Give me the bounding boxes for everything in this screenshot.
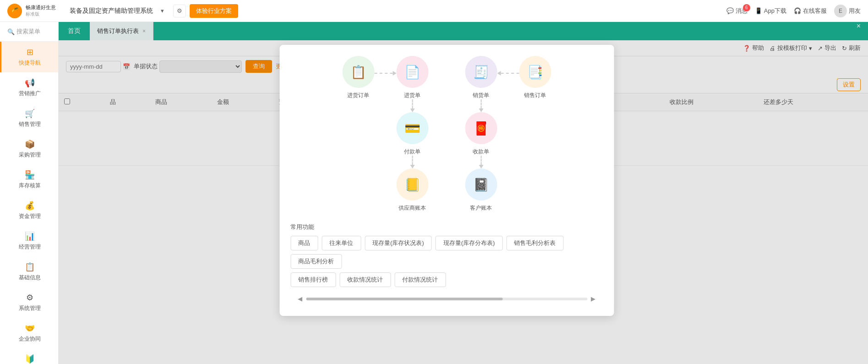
- purchase-order-label: 进货订单: [347, 92, 369, 99]
- sales-bill-node[interactable]: 🧾 销货单: [465, 56, 497, 99]
- func-btn-stock-dist[interactable]: 现存量(库存分布表): [436, 236, 503, 250]
- sales-order-node[interactable]: 📑 销售订单: [519, 56, 551, 99]
- sales-row: 🧾 销货单 📑: [465, 56, 551, 99]
- sidebar-search[interactable]: 🔍 搜索菜单: [0, 22, 58, 42]
- service-label: 在线客服: [803, 7, 827, 15]
- message-badge: 6: [743, 4, 750, 11]
- customer-label: 客户账本: [470, 204, 492, 212]
- operations-icon: 📊: [25, 231, 35, 241]
- finance-icon: 💰: [25, 201, 35, 211]
- sidebar-item-label: 营销推广: [19, 90, 41, 98]
- v-arrow-sales-bill: [465, 99, 497, 112]
- sidebar-item-finance[interactable]: 💰 资金管理: [0, 195, 58, 226]
- payment-bill-circle[interactable]: 💳: [396, 112, 428, 144]
- sidebar-item-label: 经营管理: [19, 243, 41, 251]
- purchase-bill-node[interactable]: 📄 进货单: [396, 56, 428, 99]
- purchase-order-node[interactable]: 📋 进货订单: [342, 56, 374, 99]
- search-label: 搜索菜单: [16, 27, 40, 36]
- purchase-row: 📋 进货订单 📄: [342, 56, 428, 99]
- v-arrowhead-sales: [479, 109, 483, 112]
- message-button[interactable]: 💬 消息 6: [726, 7, 748, 15]
- v-line-receipt: [480, 156, 481, 165]
- func-btn-contacts[interactable]: 往来单位: [322, 236, 361, 250]
- func-btn-stock-status[interactable]: 现存量(库存状况表): [365, 236, 432, 250]
- sales-icon: 🛒: [25, 109, 35, 119]
- sidebar-item-enterprise[interactable]: 🤝 企业协同: [0, 318, 58, 348]
- func-btn-payment-stats[interactable]: 付款情况统计: [394, 272, 446, 287]
- customer-row: 📓 客户账本: [465, 168, 551, 212]
- sidebar-item-newbie[interactable]: 🔰 新手引导: [0, 348, 58, 364]
- popup-box: 📋 进货订单 📄: [279, 45, 614, 316]
- purchase-bill-circle[interactable]: 📄: [396, 56, 428, 88]
- basic-info-icon: 📋: [25, 262, 35, 272]
- sales-order-label: 销售订单: [524, 92, 546, 99]
- download-icon: 📱: [755, 7, 762, 14]
- quick-nav-icon: ⊞: [27, 47, 33, 57]
- marketing-icon: 📢: [25, 78, 35, 88]
- gear-icon[interactable]: ⚙: [173, 5, 186, 17]
- sidebar-item-label: 库存核算: [19, 182, 41, 190]
- sidebar-item-system[interactable]: ⚙ 系统管理: [0, 287, 58, 318]
- sidebar-item-label: 快捷导航: [19, 59, 41, 67]
- online-service-button[interactable]: 🎧 在线客服: [794, 7, 827, 15]
- arrow-head-sales: [497, 71, 501, 76]
- app-download-button[interactable]: 📱 App下载: [755, 7, 786, 15]
- func-btns-row1: 商品 往来单位 现存量(库存状况表) 现存量(库存分布表) 销售毛利分析表 商品…: [290, 236, 603, 269]
- system-icon: ⚙: [26, 293, 33, 303]
- sidebar-item-marketing[interactable]: 📢 营销推广: [0, 72, 58, 103]
- purchase-icon: 📦: [25, 139, 35, 149]
- payment-row: 💳 付款单: [342, 112, 428, 156]
- scroll-left-icon[interactable]: ◀: [298, 295, 302, 302]
- system-name: 装备及固定资产辅助管理系统: [70, 7, 153, 15]
- sales-order-circle[interactable]: 📑: [519, 56, 551, 88]
- receipt-circle[interactable]: 🧧: [465, 112, 497, 144]
- func-btn-goods[interactable]: 商品: [290, 236, 318, 250]
- logo-text: 畅康通好生意: [26, 4, 56, 11]
- func-btn-sales-profit[interactable]: 销售毛利分析表: [506, 236, 563, 250]
- purchase-order-circle[interactable]: 📋: [342, 56, 374, 88]
- customer-circle[interactable]: 📓: [465, 168, 497, 201]
- supplier-circle[interactable]: 📒: [396, 168, 428, 201]
- sidebar-item-purchase[interactable]: 📦 采购管理: [0, 134, 58, 164]
- sidebar-item-inventory[interactable]: 🏪 库存核算: [0, 164, 58, 195]
- right-flow-group: 🧾 销货单 📑: [465, 56, 551, 212]
- sales-bill-label: 销货单: [473, 92, 489, 99]
- sidebar-item-label: 采购管理: [19, 151, 41, 159]
- sidebar-item-basic-info[interactable]: 📋 基础信息: [0, 256, 58, 287]
- v-line-payment: [412, 156, 413, 165]
- sales-bill-icon: 🧾: [473, 65, 489, 80]
- down-arrow-area-sales: [465, 99, 551, 112]
- service-icon: 🎧: [794, 7, 801, 14]
- receipt-label: 收款单: [473, 148, 489, 156]
- scroll-track[interactable]: [306, 298, 587, 300]
- down-arrow-receipt: [465, 156, 551, 168]
- sidebar-item-operations[interactable]: 📊 经营管理: [0, 226, 58, 256]
- sidebar-item-label: 基础信息: [19, 274, 41, 282]
- scroll-right-icon[interactable]: ▶: [591, 295, 595, 302]
- v-line-sales: [480, 99, 481, 109]
- user-menu[interactable]: E 用友: [834, 5, 861, 17]
- v-arrowhead-receipt: [479, 165, 483, 168]
- supplier-row: 📒 供应商账本: [342, 168, 428, 212]
- scroll-thumb: [306, 298, 503, 300]
- receipt-bill-node[interactable]: 🧧 收款单: [465, 112, 497, 156]
- down-arrow-payment: [342, 156, 428, 168]
- sidebar-item-sales[interactable]: 🛒 销售管理: [0, 103, 58, 134]
- supplier-account-node[interactable]: 📒 供应商账本: [396, 168, 428, 212]
- payment-bill-node[interactable]: 💳 付款单: [396, 112, 428, 156]
- logo-area: 🍊 畅康通好生意 标准版: [7, 4, 66, 18]
- customer-icon: 📓: [473, 177, 489, 192]
- func-btn-goods-profit[interactable]: 商品毛利分析: [290, 254, 342, 269]
- func-btn-sales-rank[interactable]: 销售排行榜: [290, 272, 336, 287]
- flow-diagram: 📋 进货订单 📄: [290, 56, 603, 212]
- payment-bill-icon: 💳: [404, 121, 420, 136]
- sales-order-icon: 📑: [527, 65, 543, 80]
- func-btn-receipt-stats[interactable]: 收款情况统计: [339, 272, 391, 287]
- customer-account-node[interactable]: 📓 客户账本: [465, 168, 497, 212]
- experience-button[interactable]: 体验行业方案: [190, 4, 238, 18]
- system-dropdown-icon[interactable]: ▾: [157, 5, 168, 16]
- sales-bill-circle[interactable]: 🧾: [465, 56, 497, 88]
- sidebar-item-quick-nav[interactable]: ⊞ 快捷导航: [0, 42, 58, 72]
- sidebar-item-label: 资金管理: [19, 212, 41, 220]
- dashed-line-purchase: [374, 73, 393, 74]
